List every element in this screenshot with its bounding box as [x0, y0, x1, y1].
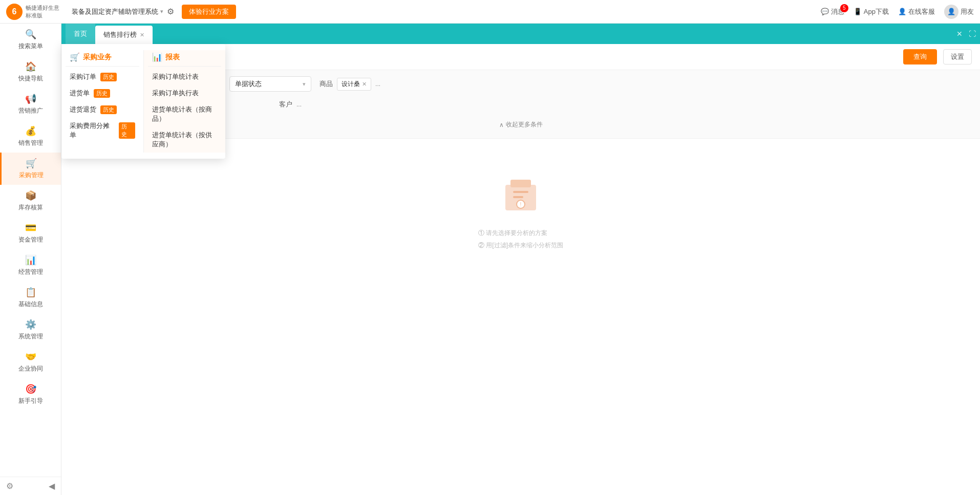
empty-state: ! ① 请先选择要分析的方案 ② 用[过滤]条件来缩小分析范围 [61, 139, 980, 282]
card-icon: 💳 [25, 222, 36, 233]
user-menu[interactable]: 👤 用友 [944, 5, 974, 19]
online-service-btn[interactable]: 👤 在线客服 [898, 7, 935, 16]
menu-item-inbound[interactable]: 进货单 历史 [66, 85, 139, 101]
menu-item-po-stats[interactable]: 采购订单统计表 [148, 69, 222, 85]
sidebar-item-guide[interactable]: 🎯 新手引导 [0, 378, 61, 411]
goods-label: 商品 [319, 79, 333, 89]
box-icon: 📦 [25, 190, 36, 201]
tab-close-window-icon[interactable]: ✕ [956, 30, 963, 38]
logo: 6 畅捷通好生意 标准版 [6, 4, 68, 20]
return-badge: 历史 [100, 105, 117, 114]
svg-rect-1 [510, 180, 531, 187]
svg-rect-2 [513, 191, 528, 193]
goods-tag-close[interactable]: ✕ [362, 81, 367, 88]
target-icon: 🎯 [25, 383, 36, 395]
tab-expand-icon[interactable]: ⛶ [969, 30, 976, 38]
svg-text:!: ! [520, 202, 522, 207]
svg-rect-3 [513, 196, 523, 198]
topbar-right: 💬 消息 5 📱 App下载 👤 在线客服 👤 用友 [821, 5, 974, 19]
collapse-arrow-icon: ∧ [499, 121, 504, 128]
message-icon: 💬 [821, 8, 829, 15]
inbound-badge: 历史 [94, 89, 110, 98]
message-btn[interactable]: 💬 消息 5 [821, 7, 844, 16]
sidebar-bottom: ⚙ ◀ [0, 477, 61, 495]
menu-col-report: 📊 报表 采购订单统计表 采购订单执行表 进货单统计表（按商品） 进货单统计表（… [143, 50, 226, 153]
menu-item-expense[interactable]: 采购费用分摊单 历史 [66, 118, 139, 143]
purchase-col-icon: 🛒 [70, 52, 80, 62]
query-btn[interactable]: 查询 [903, 49, 937, 64]
sidebar-item-sales[interactable]: 💰 销售管理 [0, 120, 61, 153]
tab-close-icon[interactable]: ✕ [140, 32, 144, 38]
goods-more[interactable]: ... [375, 80, 380, 88]
message-badge: 5 [840, 4, 848, 12]
sidebar-collapse-icon[interactable]: ◀ [49, 481, 55, 491]
avatar: 👤 [944, 5, 958, 19]
money-icon: 💰 [25, 125, 36, 137]
doc-status-select[interactable]: 单据状态 ▾ [229, 76, 311, 92]
customer-group: 客户 ... [279, 100, 302, 109]
purchase-dropdown-menu: 🛒 采购业务 采购订单 历史 进货单 历史 进货退货 历史 采购费用分摊单 历史… [61, 44, 225, 159]
menu-item-return[interactable]: 进货退货 历史 [66, 101, 139, 118]
sidebar-item-base[interactable]: 📋 基础信息 [0, 282, 61, 314]
empty-hint-2: ② 用[过滤]条件来缩小分析范围 [478, 239, 563, 251]
sidebar-item-finance[interactable]: 💳 资金管理 [0, 217, 61, 249]
menu-item-inbound-by-goods[interactable]: 进货单统计表（按商品） [148, 101, 222, 127]
menu-col-report-header: 📊 报表 [148, 50, 222, 67]
menu-item-po-execution[interactable]: 采购订单执行表 [148, 85, 222, 101]
gear-icon: ⚙️ [25, 319, 36, 330]
settings-gear-icon[interactable]: ⚙ [163, 5, 178, 19]
app-download-btn[interactable]: 📱 App下载 [854, 7, 889, 16]
empty-hint-1: ① 请先选择要分析的方案 [478, 227, 563, 239]
menu-col-purchase-header: 🛒 采购业务 [66, 50, 139, 67]
topbar: 6 畅捷通好生意 标准版 装备及固定资产辅助管理系统 ▾ ⚙ 体验行业方案 💬 … [0, 0, 980, 24]
home-icon: 🏠 [25, 61, 36, 72]
sidebar-item-marketing[interactable]: 📢 营销推广 [0, 88, 61, 120]
goods-group: 商品 设计桑 ✕ ... [319, 78, 380, 91]
system-name: 装备及固定资产辅助管理系统 ▾ [72, 7, 163, 16]
sidebar-item-enterprise[interactable]: 🤝 企业协同 [0, 346, 61, 378]
service-icon: 👤 [898, 8, 906, 15]
menu-item-purchase-order[interactable]: 采购订单 历史 [66, 69, 139, 85]
handshake-icon: 🤝 [25, 351, 36, 362]
sidebar-item-search[interactable]: 🔍 搜索菜单 [0, 24, 61, 56]
industry-btn[interactable]: 体验行业方案 [182, 5, 236, 19]
tab-ranking[interactable]: 销售排行榜 ✕ [95, 26, 153, 44]
tabbar-right: ✕ ⛶ [956, 24, 976, 44]
megaphone-icon: 📢 [25, 93, 36, 104]
empty-text: ① 请先选择要分析的方案 ② 用[过滤]条件来缩小分析范围 [478, 227, 563, 251]
settings-btn[interactable]: 设置 [943, 49, 972, 64]
report-col-icon: 📊 [152, 52, 162, 62]
sidebar-item-system[interactable]: ⚙️ 系统管理 [0, 314, 61, 346]
logo-icon: 6 [6, 4, 23, 20]
goods-tag: 设计桑 ✕ [337, 78, 371, 91]
sidebar-item-nav[interactable]: 🏠 快捷导航 [0, 56, 61, 88]
sidebar-item-purchase[interactable]: 🛒 采购管理 [0, 153, 61, 185]
empty-illustration: ! [495, 169, 546, 221]
sidebar-item-operations[interactable]: 📊 经营管理 [0, 249, 61, 282]
sidebar-settings-icon[interactable]: ⚙ [6, 481, 13, 491]
menu-col-purchase: 🛒 采购业务 采购订单 历史 进货单 历史 进货退货 历史 采购费用分摊单 历史 [61, 50, 143, 153]
customer-more[interactable]: ... [296, 101, 302, 108]
sidebar-item-stock[interactable]: 📦 库存核算 [0, 185, 61, 217]
search-icon: 🔍 [25, 29, 36, 40]
doc-status-arrow: ▾ [303, 81, 306, 88]
sidebar: 🔍 搜索菜单 🏠 快捷导航 📢 营销推广 💰 销售管理 🛒 采购管理 📦 库存核… [0, 24, 61, 495]
tab-home[interactable]: 首页 [66, 24, 95, 44]
clipboard-icon: 📋 [25, 287, 36, 298]
logo-text: 畅捷通好生意 标准版 [26, 4, 59, 19]
app-icon: 📱 [854, 8, 862, 15]
menu-item-inbound-by-supplier[interactable]: 进货单统计表（按供应商） [148, 127, 222, 153]
customer-label: 客户 [279, 100, 292, 109]
cart-icon: 🛒 [26, 158, 37, 169]
purchase-order-badge: 历史 [100, 73, 117, 81]
chart-icon: 📊 [25, 254, 36, 266]
expense-badge: 历史 [119, 122, 135, 139]
tabbar: 首页 销售排行榜 ✕ ✕ ⛶ [61, 24, 980, 44]
